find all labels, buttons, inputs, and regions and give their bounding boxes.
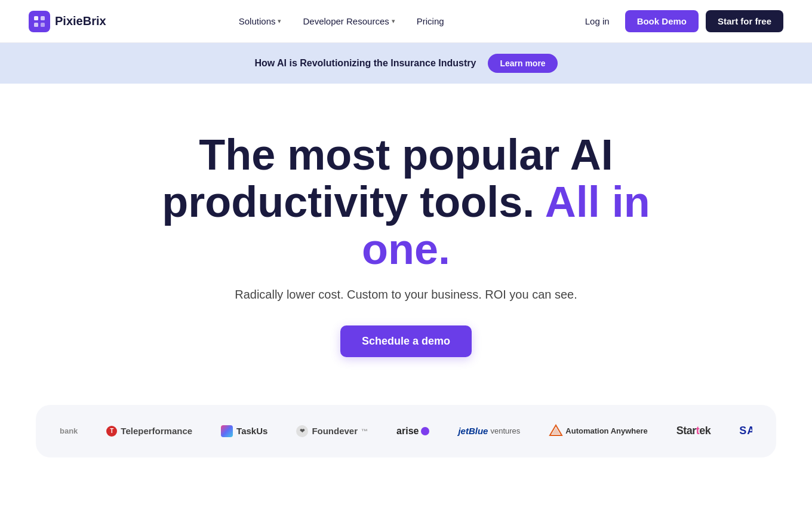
- nav-pricing[interactable]: Pricing: [408, 11, 453, 31]
- teleperformance-icon: T: [106, 426, 117, 437]
- svg-rect-2: [34, 23, 38, 27]
- announcement-banner: How AI is Revolutionizing the Insurance …: [0, 43, 812, 84]
- hero-title: The most popular AI productivity tools. …: [137, 131, 675, 274]
- hero-section: The most popular AI productivity tools. …: [0, 84, 812, 393]
- chevron-down-icon: ▾: [392, 17, 395, 25]
- list-item: arise: [396, 426, 429, 437]
- svg-rect-1: [41, 16, 45, 20]
- list-item: SAMSUNG: [739, 425, 752, 437]
- nav-solutions[interactable]: Solutions ▾: [230, 11, 290, 31]
- start-free-button[interactable]: Start for free: [706, 10, 783, 32]
- arise-icon: [421, 427, 429, 435]
- list-item: ❤ Foundever ™: [296, 425, 368, 437]
- learn-more-button[interactable]: Learn more: [488, 54, 557, 73]
- nav-links: Solutions ▾ Developer Resources ▾ Pricin…: [230, 11, 453, 31]
- hero-subtitle: Radically lower cost. Custom to your bus…: [235, 288, 577, 302]
- list-item: Automation Anywhere: [549, 424, 647, 438]
- taskus-icon: [221, 425, 233, 437]
- book-demo-button[interactable]: Book Demo: [625, 10, 699, 32]
- logos-band: bank T Teleperformance TaskUs ❤ Foundeve…: [36, 405, 776, 457]
- automation-anywhere-icon: [549, 424, 563, 438]
- list-item: TaskUs: [221, 425, 267, 437]
- list-item: jetBlue ventures: [458, 426, 520, 436]
- chevron-down-icon: ▾: [278, 17, 281, 25]
- list-item: T Teleperformance: [106, 426, 192, 437]
- logo-link[interactable]: PixieBrix: [29, 11, 106, 32]
- banner-text: How AI is Revolutionizing the Insurance …: [254, 58, 476, 69]
- nav-developer-resources[interactable]: Developer Resources ▾: [294, 11, 403, 31]
- list-item: bank: [60, 426, 78, 435]
- logos-track: bank T Teleperformance TaskUs ❤ Foundeve…: [60, 424, 752, 438]
- foundever-icon: ❤: [296, 425, 308, 437]
- schedule-demo-button[interactable]: Schedule a demo: [340, 325, 472, 357]
- list-item: Startek: [676, 425, 711, 437]
- svg-rect-3: [41, 23, 45, 27]
- svg-rect-0: [34, 16, 38, 20]
- logo-icon: [29, 11, 50, 32]
- nav-right: Log in Book Demo Start for free: [577, 10, 783, 32]
- login-button[interactable]: Log in: [577, 11, 618, 31]
- logo-text: PixieBrix: [55, 14, 106, 28]
- navbar: PixieBrix Solutions ▾ Developer Resource…: [0, 0, 812, 43]
